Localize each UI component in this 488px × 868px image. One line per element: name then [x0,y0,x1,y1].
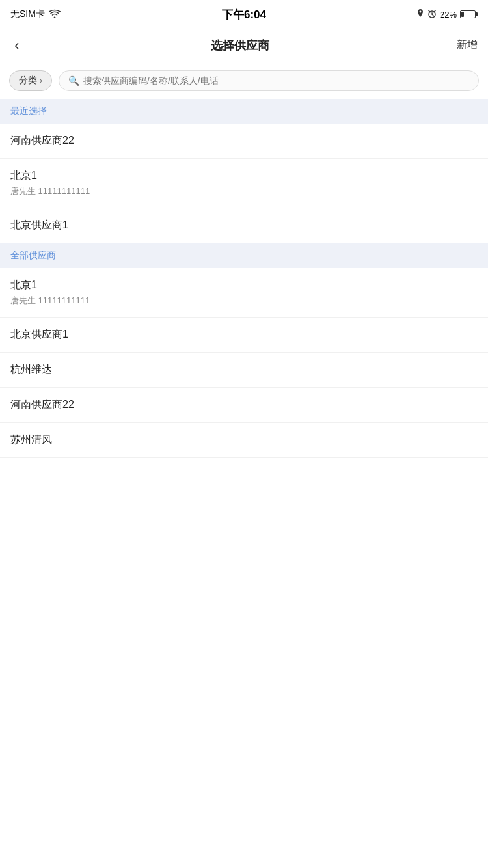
list-item[interactable]: 北京1 唐先生 11111111111 [0,159,488,208]
item-name: 北京供应商1 [10,328,478,342]
wifi-icon [49,9,61,20]
status-right: 22% [416,9,478,20]
filter-bar: 分类 › 🔍 [0,62,488,99]
list-item[interactable]: 杭州维达 [0,353,488,388]
item-name: 北京1 [10,278,478,292]
item-name: 河南供应商22 [10,134,478,148]
item-name: 北京供应商1 [10,219,478,232]
status-bar: 无SIM卡 下午6:04 22% [0,0,488,29]
chevron-right-icon: › [40,76,42,85]
item-sub: 唐先生 11111111111 [10,295,478,306]
list-item[interactable]: 河南供应商22 [0,388,488,423]
alarm-icon [427,9,437,20]
all-section-header: 全部供应商 [0,243,488,268]
search-icon: 🔍 [68,75,79,86]
status-left: 无SIM卡 [10,8,61,20]
status-time: 下午6:04 [222,7,266,22]
back-button[interactable]: ‹ [10,33,23,58]
item-name: 苏州清风 [10,433,478,447]
page-title: 选择供应商 [211,38,269,53]
battery-icon [460,10,478,18]
list-item[interactable]: 北京1 唐先生 11111111111 [0,268,488,318]
location-icon [416,9,424,20]
category-label: 分类 [19,75,37,87]
search-box[interactable]: 🔍 [59,70,479,91]
new-action-button[interactable]: 新增 [457,38,478,52]
recent-items-list: 河南供应商22 北京1 唐先生 11111111111 北京供应商1 [0,124,488,243]
item-name: 河南供应商22 [10,398,478,412]
category-button[interactable]: 分类 › [9,70,52,91]
item-sub: 唐先生 11111111111 [10,185,478,197]
list-item[interactable]: 北京供应商1 [0,208,488,243]
nav-bar: ‹ 选择供应商 新增 [0,29,488,62]
all-items-list: 北京1 唐先生 11111111111 北京供应商1 杭州维达 河南供应商22 … [0,268,488,458]
item-name: 杭州维达 [10,363,478,377]
list-item[interactable]: 北京供应商1 [0,318,488,353]
battery-percent: 22% [440,10,457,20]
item-name: 北京1 [10,169,478,183]
search-input[interactable] [83,75,469,86]
list-item[interactable]: 河南供应商22 [0,124,488,159]
recent-section-header: 最近选择 [0,99,488,124]
list-item[interactable]: 苏州清风 [0,423,488,458]
carrier-text: 无SIM卡 [10,8,45,20]
